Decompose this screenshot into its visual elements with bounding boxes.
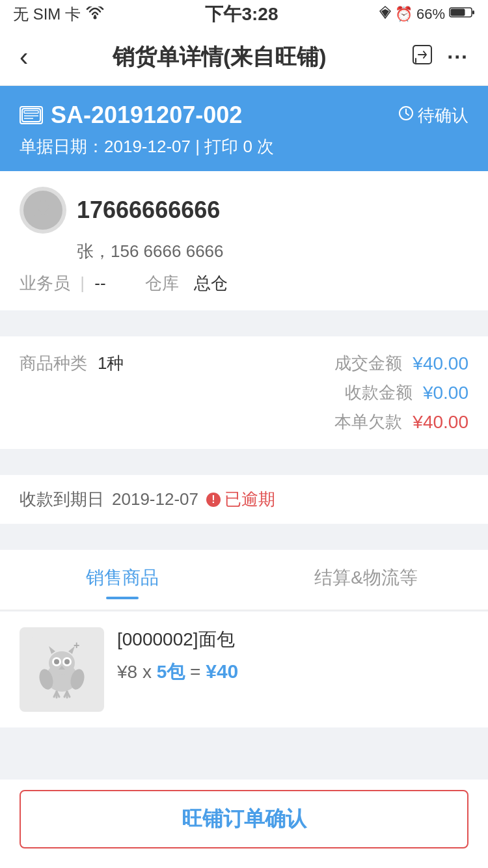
product-thumbnail: + <box>20 627 104 712</box>
product-item: + [0000002]面包 ¥8 x 5包 = ¥40 <box>20 627 468 712</box>
alarm-icon: ⏰ <box>395 6 413 23</box>
collected-amount-label: 收款金额 <box>345 381 413 404</box>
tab-sales-products-label: 销售商品 <box>86 565 159 590</box>
owed-amount-value: ¥40.00 <box>413 412 468 433</box>
tab-sales-products[interactable]: 销售商品 <box>0 550 244 610</box>
sales-rep-value: -- <box>94 273 105 293</box>
owed-amount-label: 本单欠款 <box>334 411 402 433</box>
wifi-icon <box>86 5 104 23</box>
order-id: SA-20191207-002 <box>20 102 242 129</box>
customer-name: 张，156 6666 6666 <box>77 240 468 263</box>
warehouse-label: 仓库 <box>145 273 179 293</box>
product-types-value: 1种 <box>98 352 124 375</box>
order-date: 单据日期：2019-12-07 | 打印 0 次 <box>20 135 468 158</box>
customer-phone: 17666666666 <box>77 197 220 224</box>
warehouse-value: 总仓 <box>194 273 228 293</box>
battery-icon <box>449 6 475 23</box>
product-name: [0000002]面包 <box>117 627 468 652</box>
divider-2 <box>0 449 488 462</box>
divider-1 <box>0 310 488 323</box>
order-status: 待确认 <box>398 104 468 127</box>
page-title: 销货单详情(来自旺铺) <box>113 42 327 72</box>
tab-settlement[interactable]: 结算&物流等 <box>244 550 488 610</box>
deal-amount-value: ¥40.00 <box>413 353 468 374</box>
svg-point-0 <box>94 16 97 20</box>
overdue-badge: ! 已逾期 <box>206 488 275 511</box>
back-button[interactable]: ‹ <box>20 42 28 72</box>
product-info: [0000002]面包 ¥8 x 5包 = ¥40 <box>117 627 468 685</box>
sales-rep-label: 业务员 <box>20 273 70 293</box>
product-types-label: 商品种类 <box>20 352 87 375</box>
status-left: 无 SIM 卡 <box>13 4 104 25</box>
confirm-button[interactable]: 旺铺订单确认 <box>20 790 468 848</box>
battery-label: 66% <box>416 6 445 23</box>
customer-section: 17666666666 张，156 6666 6666 业务员 | -- 仓库 … <box>0 171 488 310</box>
due-date-label: 收款到期日 <box>20 488 104 511</box>
tab-settlement-label: 结算&物流等 <box>314 565 418 590</box>
svg-point-10 <box>37 200 49 212</box>
svg-rect-6 <box>24 111 38 113</box>
order-header: SA-20191207-002 待确认 单据日期：2019-12-07 | 打印… <box>0 86 488 171</box>
avatar <box>20 187 66 234</box>
carrier-label: 无 SIM 卡 <box>13 4 81 25</box>
status-bar: 无 SIM 卡 下午3:28 ⏰ 66% <box>0 0 488 29</box>
product-total: ¥40 <box>206 660 238 682</box>
location-icon <box>379 6 391 23</box>
svg-text:+: + <box>74 640 79 651</box>
collected-amount-value: ¥0.00 <box>423 383 468 403</box>
svg-point-19 <box>64 659 70 664</box>
due-section: 收款到期日 2019-12-07 ! 已逾期 <box>0 475 488 524</box>
bottom-bar: 旺铺订单确认 <box>0 780 488 868</box>
tabs-container: 销售商品 结算&物流等 <box>0 550 488 610</box>
status-time: 下午3:28 <box>205 2 278 27</box>
svg-point-18 <box>54 659 59 664</box>
product-qty: 5包 <box>157 662 185 682</box>
more-icon[interactable]: ··· <box>447 45 468 69</box>
svg-rect-2 <box>450 9 465 16</box>
product-price: ¥8 x 5包 = ¥40 <box>117 660 468 685</box>
due-date-value: 2019-12-07 <box>112 489 198 509</box>
share-icon[interactable] <box>411 43 434 71</box>
summary-section: 商品种类 1种 成交金额 ¥40.00 收款金额 ¥0.00 本单欠款 ¥40.… <box>0 336 488 449</box>
divider-3 <box>0 524 488 537</box>
overdue-icon: ! <box>206 493 221 507</box>
deal-amount-label: 成交金额 <box>334 352 402 375</box>
svg-rect-3 <box>472 10 474 14</box>
overdue-label: 已逾期 <box>224 488 275 511</box>
tab-active-indicator <box>106 597 139 599</box>
nav-actions: ··· <box>411 43 468 71</box>
products-section: + [0000002]面包 ¥8 x 5包 = ¥40 <box>0 612 488 727</box>
nav-bar: ‹ 销货单详情(来自旺铺) ··· <box>0 29 488 86</box>
status-right: ⏰ 66% <box>379 6 475 23</box>
clock-icon <box>398 105 414 126</box>
order-icon <box>20 106 43 124</box>
